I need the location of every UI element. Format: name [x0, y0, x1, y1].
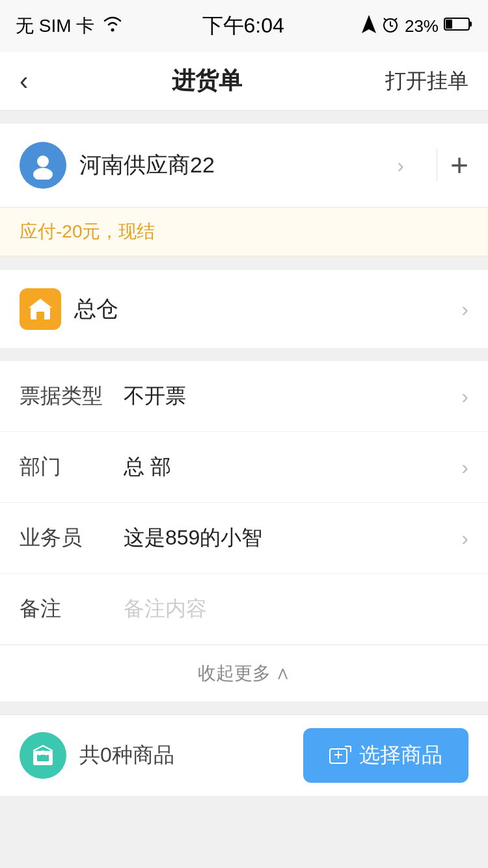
bottom-bar: 共0种商品 选择商品	[0, 714, 488, 796]
staff-row[interactable]: 业务员 这是859的小智 ›	[0, 503, 488, 574]
invoice-chevron-icon: ›	[461, 385, 468, 409]
staff-label: 业务员	[20, 524, 111, 552]
svg-point-11	[33, 168, 53, 180]
gray-area	[0, 796, 488, 868]
warehouse-row[interactable]: 总仓 ›	[0, 269, 488, 348]
product-icon	[20, 732, 66, 779]
svg-line-6	[394, 18, 397, 21]
battery-icon	[444, 16, 472, 36]
status-time: 下午6:04	[202, 12, 284, 40]
battery-percentage: 23%	[405, 16, 439, 36]
dept-chevron-icon: ›	[461, 455, 468, 480]
remark-row[interactable]: 备注 备注内容	[0, 574, 488, 645]
status-left: 无 SIM 卡	[16, 14, 124, 38]
warehouse-icon	[20, 288, 61, 330]
back-button[interactable]: ‹	[20, 66, 28, 96]
location-icon	[362, 15, 376, 38]
status-bar: 无 SIM 卡 下午6:04 23%	[0, 0, 488, 52]
add-supplier-button[interactable]: +	[450, 150, 468, 181]
svg-line-5	[384, 18, 386, 21]
notice-text: 应付-20元，现结	[20, 221, 155, 241]
form-section: 票据类型 不开票 › 部门 总 部 › 业务员 这是859的小智 › 备注 备注…	[0, 361, 488, 701]
remark-label: 备注	[20, 595, 111, 623]
supplier-section: 河南供应商22 › + 应付-20元，现结	[0, 124, 488, 256]
svg-marker-1	[362, 15, 376, 33]
svg-rect-8	[469, 21, 472, 27]
staff-chevron-icon: ›	[461, 526, 468, 550]
svg-point-10	[37, 156, 49, 167]
section-gap-4	[0, 701, 488, 714]
staff-value: 这是859的小智	[124, 524, 455, 552]
invoice-row[interactable]: 票据类型 不开票 ›	[0, 361, 488, 432]
section-gap-3	[0, 348, 488, 361]
vertical-divider	[437, 149, 437, 182]
page-title: 进货单	[172, 65, 242, 97]
section-gap-1	[0, 111, 488, 124]
status-right: 23%	[362, 15, 472, 38]
dept-value: 总 部	[124, 453, 455, 481]
supplier-name: 河南供应商22	[79, 150, 397, 180]
alarm-icon	[381, 15, 400, 38]
warehouse-name: 总仓	[74, 294, 461, 324]
svg-rect-9	[446, 20, 452, 29]
notice-bar: 应付-20元，现结	[0, 207, 488, 256]
supplier-row[interactable]: 河南供应商22 › +	[0, 124, 488, 207]
remark-input[interactable]: 备注内容	[124, 595, 468, 623]
select-product-button[interactable]: 选择商品	[303, 728, 468, 783]
dept-row[interactable]: 部门 总 部 ›	[0, 432, 488, 503]
collapse-label: 收起更多 ∧	[198, 661, 291, 686]
wifi-icon	[101, 16, 124, 37]
invoice-label: 票据类型	[20, 382, 111, 411]
dept-label: 部门	[20, 453, 111, 481]
warehouse-chevron-icon: ›	[461, 297, 468, 321]
invoice-value: 不开票	[124, 382, 455, 411]
nav-bar: ‹ 进货单 打开挂单	[0, 52, 488, 111]
svg-rect-16	[37, 755, 49, 761]
collapse-row[interactable]: 收起更多 ∧	[0, 645, 488, 701]
supplier-avatar	[20, 142, 66, 189]
svg-point-0	[111, 28, 115, 31]
carrier-text: 无 SIM 卡	[16, 14, 94, 38]
supplier-chevron-icon: ›	[397, 154, 404, 178]
product-count-text: 共0种商品	[79, 741, 290, 770]
svg-marker-13	[29, 299, 52, 308]
svg-rect-14	[36, 312, 44, 319]
section-gap-2	[0, 256, 488, 269]
open-pending-button[interactable]: 打开挂单	[385, 67, 468, 96]
select-product-label: 选择商品	[359, 741, 442, 770]
